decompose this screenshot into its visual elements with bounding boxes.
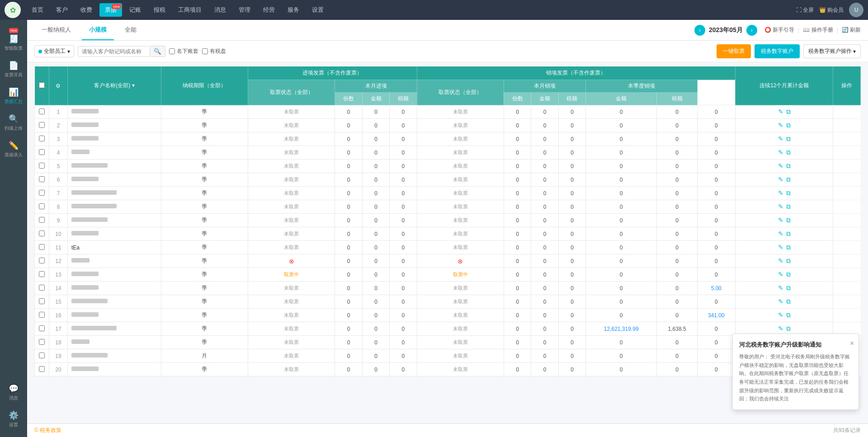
- row-checkbox[interactable]: [39, 108, 45, 114]
- row-in-status[interactable]: ⊗: [248, 254, 335, 268]
- row-checkbox[interactable]: [39, 298, 45, 304]
- nav-item-经营[interactable]: 经营: [258, 3, 280, 17]
- row-in-status[interactable]: 未取票: [248, 336, 335, 349]
- row-client-name[interactable]: ████████: [67, 254, 161, 268]
- row-in-status[interactable]: 未取票: [248, 363, 335, 376]
- row-checkbox[interactable]: [39, 136, 45, 141]
- edit-icon[interactable]: ✎: [778, 271, 783, 278]
- row-out-status[interactable]: 未取票: [417, 187, 504, 200]
- row-client-name[interactable]: ████████████████: [67, 349, 161, 363]
- row-in-status[interactable]: 未取票: [248, 200, 335, 214]
- row-client-name[interactable]: ████████: [67, 336, 161, 349]
- copy-icon[interactable]: ⧉: [786, 257, 791, 265]
- copy-icon[interactable]: ⧉: [786, 244, 791, 251]
- edit-icon[interactable]: ✎: [778, 216, 783, 224]
- sub-tab-小规模[interactable]: 小规模: [82, 20, 114, 40]
- row-checkbox[interactable]: [39, 230, 45, 236]
- nav-item-记账[interactable]: 记账: [124, 3, 146, 17]
- row-out-status[interactable]: 未取票: [417, 241, 504, 254]
- edit-icon[interactable]: ✎: [778, 257, 783, 265]
- row-checkbox[interactable]: [39, 258, 45, 263]
- row-client-name[interactable]: ████████████: [67, 268, 161, 282]
- sub-tab-一般纳税人[interactable]: 一般纳税人: [34, 20, 78, 40]
- row-checkbox[interactable]: [39, 285, 45, 291]
- row-out-status[interactable]: 未取票: [417, 146, 504, 160]
- nav-item-收费[interactable]: 收费: [75, 3, 98, 17]
- copy-icon[interactable]: ⧉: [786, 230, 791, 238]
- copy-icon[interactable]: ⧉: [786, 135, 791, 143]
- row-out-status[interactable]: 未取票: [417, 349, 504, 363]
- sub-action-操作手册[interactable]: 📖 操作手册: [803, 26, 833, 34]
- row-out-status[interactable]: 未取票: [417, 160, 504, 173]
- row-checkbox[interactable]: [39, 217, 45, 223]
- row-in-status[interactable]: 未取票: [248, 282, 335, 295]
- edit-icon[interactable]: ✎: [778, 135, 783, 143]
- row-checkbox[interactable]: [39, 271, 45, 277]
- row-client-name[interactable]: ████████████: [67, 227, 161, 241]
- edit-icon[interactable]: ✎: [778, 325, 783, 333]
- row-checkbox[interactable]: [39, 149, 45, 155]
- month12-link[interactable]: 341.00: [708, 312, 725, 319]
- row-out-status[interactable]: 未取票: [417, 119, 504, 132]
- copy-icon[interactable]: ⧉: [786, 108, 791, 116]
- row-checkbox[interactable]: [39, 339, 45, 345]
- edit-icon[interactable]: ✎: [778, 176, 783, 183]
- row-client-name[interactable]: ████████████: [67, 132, 161, 146]
- search-input[interactable]: [78, 46, 150, 57]
- nav-item-工商项目[interactable]: 工商项目: [173, 3, 207, 17]
- copy-icon[interactable]: ⧉: [786, 311, 791, 319]
- row-client-name[interactable]: ████████████: [67, 105, 161, 119]
- row-out-status[interactable]: 未取票: [417, 322, 504, 336]
- copy-icon[interactable]: ⧉: [786, 122, 791, 129]
- row-client-name[interactable]: ████████████████: [67, 295, 161, 309]
- edit-icon[interactable]: ✎: [778, 311, 783, 319]
- row-in-status[interactable]: 未取票: [248, 173, 335, 187]
- copy-icon[interactable]: ⧉: [786, 176, 791, 183]
- copy-icon[interactable]: ⧉: [786, 216, 791, 224]
- edit-icon[interactable]: ✎: [778, 244, 783, 251]
- row-in-status[interactable]: 未取票: [248, 214, 335, 227]
- notification-close-btn[interactable]: ×: [850, 338, 854, 349]
- row-out-status[interactable]: 未取票: [417, 173, 504, 187]
- row-checkbox[interactable]: [39, 244, 45, 250]
- edit-icon[interactable]: ✎: [778, 189, 783, 197]
- row-checkbox[interactable]: [39, 352, 45, 358]
- row-client-name[interactable]: ████████████: [67, 309, 161, 322]
- edit-icon[interactable]: ✎: [778, 108, 783, 116]
- one-click-btn[interactable]: 一键取票: [717, 44, 751, 58]
- row-checkbox[interactable]: [39, 325, 45, 331]
- row-checkbox[interactable]: [39, 366, 45, 372]
- sidebar-item-票据录入[interactable]: ✏️票据录入: [0, 136, 27, 163]
- row-checkbox[interactable]: [39, 176, 45, 182]
- row-out-status[interactable]: ⊗: [417, 254, 504, 268]
- nav-item-客户[interactable]: 客户: [51, 3, 73, 17]
- row-out-status[interactable]: 未取票: [417, 227, 504, 241]
- edit-icon[interactable]: ✎: [778, 298, 783, 305]
- row-out-status[interactable]: 未取票: [417, 282, 504, 295]
- row-out-status[interactable]: 未取票: [417, 309, 504, 322]
- row-client-name[interactable]: ████████████: [67, 282, 161, 295]
- deduct-amount-link[interactable]: 12,621,319.99: [604, 326, 639, 332]
- copy-icon[interactable]: ⧉: [786, 298, 791, 305]
- row-out-status[interactable]: 未取票: [417, 214, 504, 227]
- sub-action-刷新[interactable]: 🔄 刷新: [842, 26, 861, 34]
- row-in-status[interactable]: 未取票: [248, 105, 335, 119]
- row-client-name[interactable]: ████████: [67, 146, 161, 160]
- row-checkbox[interactable]: [39, 203, 45, 209]
- checkbox-sub-account[interactable]: 名下账套: [169, 47, 198, 55]
- row-out-status[interactable]: 未取票: [417, 336, 504, 349]
- copy-icon[interactable]: ⧉: [786, 284, 791, 292]
- row-in-status[interactable]: 未取票: [248, 309, 335, 322]
- nav-item-管理[interactable]: 管理: [233, 3, 256, 17]
- row-client-name[interactable]: ████████████████: [67, 160, 161, 173]
- nav-item-首页[interactable]: 首页: [26, 3, 49, 17]
- row-checkbox[interactable]: [39, 163, 45, 169]
- tax-account-ops-btn[interactable]: 税务数字账户操作 ▾: [803, 44, 861, 58]
- checkbox-tax-disk[interactable]: 有税盘: [202, 47, 226, 55]
- row-client-name[interactable]: ████████████████████: [67, 187, 161, 200]
- member-btn[interactable]: 👑 购会员: [819, 6, 844, 14]
- sub-action-新手引导[interactable]: ⭕ 新手引导: [764, 26, 794, 34]
- row-out-status[interactable]: 未取票: [417, 295, 504, 309]
- sidebar-item-智能取票[interactable]: new🧾智能取票: [0, 23, 27, 56]
- sidebar-item-票据汇总[interactable]: 📊票据汇总: [0, 83, 27, 109]
